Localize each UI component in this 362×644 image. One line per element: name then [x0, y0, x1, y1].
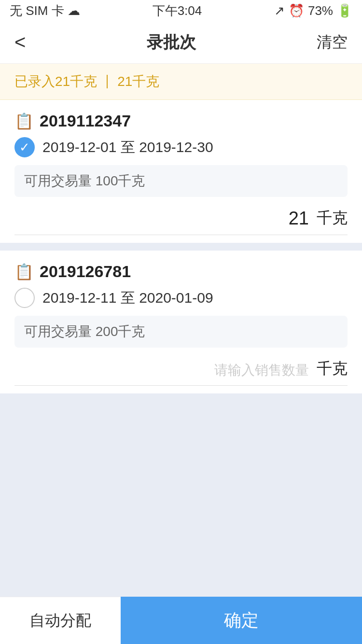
- batch-date-row-1[interactable]: ✓ 2019-12-01 至 2019-12-30: [0, 134, 362, 160]
- page-title: 录批次: [147, 31, 196, 54]
- status-time: 下午3:04: [153, 2, 202, 19]
- recorded-label: 已录入21千克: [14, 72, 97, 91]
- batch-date-1: 2019-12-01 至 2019-12-30: [42, 138, 213, 157]
- nav-bar: < 录批次 清空: [0, 21, 362, 64]
- status-right: ↗ ⏰ 73% 🔋: [274, 3, 352, 18]
- batch-qty-text-2: 可用交易量 200千克: [24, 324, 145, 339]
- section-divider-2: [0, 393, 362, 401]
- batch-id-1: 2019112347: [40, 112, 131, 130]
- battery-text: 73%: [308, 3, 333, 18]
- qty-value-1: 21: [289, 208, 309, 229]
- batch-card-1: 📋 2019112347 ✓ 2019-12-01 至 2019-12-30 可…: [0, 100, 362, 243]
- confirm-button[interactable]: 确定: [121, 597, 362, 644]
- location-icon: ↗: [274, 3, 285, 18]
- clear-button[interactable]: 清空: [317, 32, 348, 53]
- section-divider-1: [0, 243, 362, 251]
- radio-unchecked-2[interactable]: [14, 288, 35, 308]
- check-icon-1: ✓: [19, 140, 30, 155]
- status-bar: 无 SIM 卡 ☁ 下午3:04 ↗ ⏰ 73% 🔋: [0, 0, 362, 21]
- batch-header-1: 📋 2019112347: [0, 100, 362, 134]
- batch-icon-2: 📋: [14, 263, 34, 281]
- qty-unit-1: 千克: [317, 208, 348, 229]
- no-sim-text: 无 SIM 卡 ☁: [10, 2, 80, 19]
- qty-input-2[interactable]: [104, 360, 309, 378]
- radio-checked-1[interactable]: ✓: [14, 137, 35, 157]
- summary-banner: 已录入21千克 21千克: [0, 64, 362, 100]
- empty-space: [0, 401, 362, 614]
- batch-date-row-2[interactable]: 2019-12-11 至 2020-01-09: [0, 285, 362, 311]
- batch-card-2: 📋 2019126781 2019-12-11 至 2020-01-09 可用交…: [0, 251, 362, 393]
- batch-id-2: 2019126781: [40, 262, 131, 281]
- batch-date-2: 2019-12-11 至 2020-01-09: [42, 288, 213, 308]
- auto-distribute-button[interactable]: 自动分配: [0, 597, 121, 644]
- batch-qty-text-1: 可用交易量 100千克: [24, 173, 145, 188]
- batch-qty-row-2: 可用交易量 200千克: [14, 316, 348, 348]
- batch-header-2: 📋 2019126781: [0, 251, 362, 285]
- battery-icon: 🔋: [337, 3, 352, 18]
- batch-icon-1: 📋: [14, 112, 34, 130]
- qty-unit-2: 千克: [317, 358, 348, 379]
- bottom-bar: 自动分配 确定: [0, 597, 362, 644]
- back-button[interactable]: <: [14, 31, 26, 53]
- status-left: 无 SIM 卡 ☁: [10, 2, 80, 19]
- batch-qty-row-1: 可用交易量 100千克: [14, 165, 348, 197]
- total-label: 21千克: [117, 72, 159, 91]
- summary-divider: [107, 75, 108, 88]
- alarm-icon: ⏰: [289, 3, 304, 18]
